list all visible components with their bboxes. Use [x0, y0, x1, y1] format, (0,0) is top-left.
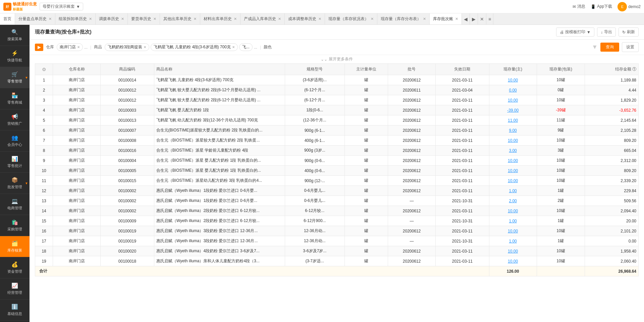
col-unit-header: 主计量单位	[344, 64, 388, 75]
close-transfer-tab[interactable]: ✕	[121, 17, 124, 21]
close-product-inbound-tab[interactable]: ✕	[278, 17, 281, 21]
sidebar-item-retail-stat[interactable]: 📊 零售统计	[0, 152, 30, 173]
tab-material-outbound[interactable]: 材料出库单历史 ✕	[200, 13, 240, 25]
row-stock-main[interactable]: 9.00	[489, 125, 537, 136]
product-tag-0[interactable]: 飞鹤奶粉3段两提装 ✕	[105, 43, 149, 51]
expand-more-conditions[interactable]: ⌄⌄ 展开更多条件	[30, 55, 644, 63]
row-stock-main[interactable]: 10.00	[489, 176, 537, 186]
row-stock-main[interactable]: 3.00	[489, 146, 537, 156]
sidebar-item-search[interactable]: 🔍 搜索英单	[0, 25, 30, 46]
row-code: 00100019	[101, 236, 154, 246]
row-stock-main[interactable]: 10.00	[489, 166, 537, 176]
tab-menu-btn[interactable]: ≡	[486, 13, 493, 25]
setting-button[interactable]: 设置	[622, 42, 639, 52]
tab-close-btn[interactable]: ✕	[478, 13, 486, 25]
row-warehouse: 南岸门店	[53, 176, 101, 186]
filter-expand-button[interactable]: ▶	[35, 44, 43, 51]
close-material-outbound-tab[interactable]: ✕	[234, 17, 237, 21]
product-tag-more[interactable]: 飞...	[239, 43, 253, 51]
product-tags: 飞鹤奶粉3段两提装 ✕ 飞鹤星飞帆 儿童奶粉 4段(3-6岁适用) 700克 ✕…	[105, 43, 257, 51]
row-stock-main[interactable]: 11.00	[489, 115, 537, 125]
row-stock-main[interactable]: 1.00	[489, 236, 537, 246]
refresh-button[interactable]: ↻ 刷新	[619, 28, 639, 37]
row-stock-main[interactable]: 10.00	[489, 75, 537, 85]
row-stock-main[interactable]: 10.00	[489, 95, 537, 105]
close-stock-dist-tab[interactable]: ✕	[423, 17, 426, 21]
row-stock-main[interactable]: 1.00	[489, 216, 537, 226]
sidebar-item-system[interactable]: ⚙️ 系统管理	[0, 321, 30, 322]
sidebar-item-operations[interactable]: 📈 经营管理	[0, 278, 30, 300]
app-download-button[interactable]: 📱 App下载	[591, 4, 612, 9]
tab-next-btn[interactable]: ▶	[470, 13, 478, 25]
warehouse-tag-close[interactable]: ✕	[77, 45, 80, 49]
product-tag-more-label: 飞...	[242, 44, 250, 50]
close-other-outbound-tab[interactable]: ✕	[194, 17, 197, 21]
tab-other-outbound[interactable]: 其他出库单历史 ✕	[160, 13, 200, 25]
user-profile[interactable]: E demo2	[618, 2, 641, 11]
row-expire: 2021-10-31	[435, 216, 489, 226]
row-stock-main[interactable]: 10.00	[489, 246, 537, 256]
tab-prev-btn[interactable]: ◀	[462, 13, 470, 25]
tab-requisition-history[interactable]: 要货单历史 ✕	[128, 13, 160, 25]
close-stock-status-tab[interactable]: ✕	[371, 17, 374, 21]
sidebar-item-retail[interactable]: 🛒 零售管理 ▼	[0, 67, 30, 88]
table-row: 19 南岸门店 00100018 惠氏启赋（Wyeth illuma）亲和人体儿…	[35, 256, 639, 266]
row-stock-main[interactable]: 2.00	[489, 196, 537, 206]
tab-stock-status[interactable]: 现存量（库存状况表） ✕	[325, 13, 377, 25]
row-stock-main[interactable]: 10.00	[489, 206, 537, 216]
row-name: 惠氏启赋（Wyeth illuma）3段奶粉 爱尔兰进口 12-36月...	[154, 236, 285, 246]
row-stock-main[interactable]: 10.00	[489, 226, 537, 236]
row-unit: 罐	[344, 85, 388, 95]
row-expire: 2021-03-11	[435, 246, 489, 256]
sidebar-item-basic[interactable]: ℹ️ 基础信息	[0, 300, 30, 321]
sidebar-item-finance[interactable]: 💰 资金管理	[0, 257, 30, 278]
sidebar-item-wholesale[interactable]: 📦 批发管理 ▼	[0, 173, 30, 194]
row-code: 00100003	[101, 105, 154, 115]
tab-cost-adjust[interactable]: 成本调整单历史 ✕	[285, 13, 325, 25]
tab-stock-dist-label: 现存量（库存分布表）	[381, 16, 421, 22]
row-stock-main[interactable]: 1.00	[489, 186, 537, 196]
product-tag-0-close[interactable]: ✕	[144, 45, 146, 49]
tab-stock-status-label: 现存量（库存状况表）	[328, 16, 369, 22]
product-tag-1-close[interactable]: ✕	[232, 45, 235, 49]
close-requisition-tab[interactable]: ✕	[153, 17, 156, 21]
row-stock-main[interactable]: 0.00	[489, 85, 537, 95]
row-stock-main[interactable]: 10.00	[489, 156, 537, 166]
close-split-tab[interactable]: ✕	[49, 17, 52, 21]
close-disassemble-tab[interactable]: ✕	[89, 17, 92, 21]
app-download-label: App下载	[597, 4, 612, 9]
row-stock-main[interactable]: 10.00	[489, 256, 537, 266]
tab-home[interactable]: 首页	[0, 13, 15, 25]
close-cost-adjust-tab[interactable]: ✕	[318, 17, 321, 21]
tab-stock-dist[interactable]: 现存量（库存分布表） ✕	[377, 13, 430, 25]
sidebar-item-retail-mall[interactable]: 🏪 零售商城	[0, 88, 30, 109]
row-stock-pkg: 11罐	[537, 115, 585, 125]
query-button[interactable]: 查询	[600, 43, 619, 52]
row-stock-main[interactable]: -39.00	[489, 105, 537, 115]
product-tag-1[interactable]: 飞鹤星飞帆 儿童奶粉 4段(3-6岁适用) 700克 ✕	[151, 43, 238, 51]
sidebar-item-purchase[interactable]: 🛍️ 采购管理	[0, 215, 30, 236]
product-more[interactable]: ...	[254, 45, 257, 50]
row-stock-main[interactable]: 10.00	[489, 136, 537, 146]
tab-transfer-history[interactable]: 调拨单历史 ✕	[96, 13, 128, 25]
sidebar-item-marketing[interactable]: 📢 营销推广	[0, 109, 30, 130]
close-batch-voucher-tab[interactable]: ✕	[455, 17, 458, 21]
warehouse-more[interactable]: ...	[84, 45, 88, 50]
tab-product-inbound[interactable]: 产成品入库单历史 ✕	[240, 13, 285, 25]
row-expire: 2021-03-11	[435, 95, 489, 105]
warehouse-tag-naan[interactable]: 南岸门店 ✕	[57, 43, 83, 51]
warehouse-selector[interactable]: 母婴行业演示账套 ▼	[40, 3, 83, 10]
print-button[interactable]: 🖨 按模板打印 ▼	[556, 28, 594, 37]
sidebar-item-shortcut[interactable]: ⚡ 快捷导航	[0, 46, 30, 67]
sidebar-item-inventory[interactable]: 🗂️ 库存核算	[0, 236, 30, 257]
col-settings[interactable]: ⚙	[35, 64, 53, 75]
tab-batch-voucher[interactable]: 库存批次账 ✕	[430, 13, 462, 25]
sidebar-item-ecommerce[interactable]: 💻 电商管理	[0, 194, 30, 215]
export-button[interactable]: ↓ 导出	[597, 28, 616, 37]
color-dropdown-arrow[interactable]: ▼	[592, 44, 598, 51]
message-button[interactable]: ✉ 消息	[573, 4, 585, 9]
tab-disassemble-history[interactable]: 组装拆卸单历史 ✕	[55, 13, 96, 25]
tab-split-history[interactable]: 分量盘点单历史 ✕	[15, 13, 55, 25]
avatar-text: E	[621, 5, 624, 9]
sidebar-item-members[interactable]: 👥 会员中心	[0, 130, 30, 152]
